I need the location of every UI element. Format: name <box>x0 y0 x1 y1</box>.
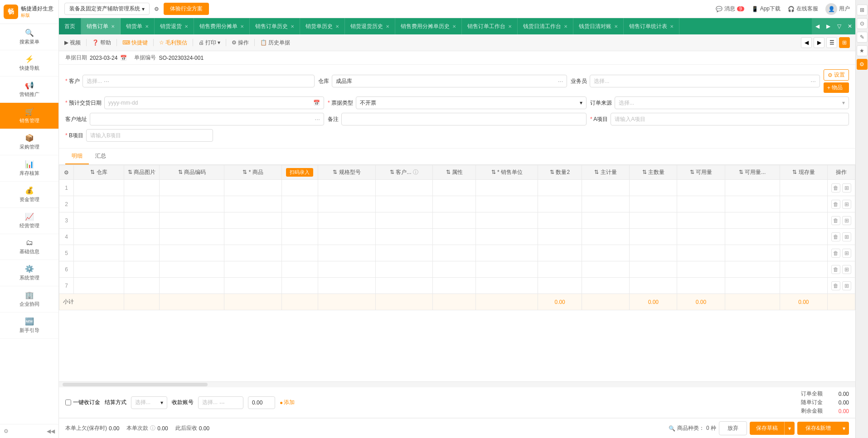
toolbar-nav-prev[interactable]: ◀ <box>801 37 812 48</box>
tab-order-history-close[interactable]: ✕ <box>291 24 294 29</box>
toolbar-form-view[interactable]: ⊞ <box>839 37 850 48</box>
tab-invoice-history-close[interactable]: ✕ <box>335 24 339 29</box>
row-3-mainqty[interactable] <box>630 212 677 229</box>
row-2-code[interactable] <box>160 196 224 212</box>
tab-order-workbench-close[interactable]: ✕ <box>508 24 512 29</box>
help-btn[interactable]: ❓ 帮助 <box>92 39 111 47</box>
toolbar-list-view[interactable]: ☰ <box>826 37 837 48</box>
col-header-avail[interactable]: ⇅ 可用量 <box>677 165 725 180</box>
row-3-name[interactable] <box>224 212 282 229</box>
shortcut-btn[interactable]: ⌨ 快捷键 <box>122 39 148 47</box>
tab-order-history[interactable]: 销售订单历史 ✕ <box>250 18 300 34</box>
tab-expense-split-close[interactable]: ✕ <box>240 24 244 29</box>
row-2-delete-btn[interactable]: 🗑 <box>831 200 840 209</box>
row-3-copy-btn[interactable]: ⊞ <box>842 216 851 225</box>
sidebar-item-finance[interactable]: 💰 资金管理 <box>0 182 58 208</box>
col-header-current[interactable]: ⇅ 现存量 <box>780 165 827 180</box>
view-btn[interactable]: ▶ 视频 <box>64 39 81 47</box>
tab-cash-workbench-close[interactable]: ✕ <box>564 24 567 29</box>
sidebar-item-purchase[interactable]: 📦 采购管理 <box>0 129 58 155</box>
profit-btn[interactable]: ☆ 毛利预估 <box>159 39 187 47</box>
scrollbar[interactable] <box>63 383 208 386</box>
tab-invoice-history[interactable]: 销货单历史 ✕ <box>300 18 345 34</box>
settlement-select[interactable]: 选择... ▾ <box>131 396 167 409</box>
toolbar-nav-next[interactable]: ▶ <box>814 37 824 48</box>
tab-home[interactable]: 首页 <box>59 18 81 34</box>
tab-expense-history-close[interactable]: ✕ <box>452 24 456 29</box>
row-3-attr[interactable] <box>433 212 476 229</box>
row-1-customer[interactable] <box>375 180 432 196</box>
tab-expense-history[interactable]: 销售费用分摊单历史 ✕ <box>395 18 462 34</box>
row-3-qty2[interactable] <box>538 212 582 229</box>
save-new-dropdown[interactable]: ▾ <box>839 422 849 435</box>
row-1-avail2[interactable] <box>725 180 780 196</box>
calendar2-icon[interactable]: 📅 <box>313 100 320 106</box>
row-1-mainqty[interactable] <box>630 180 677 196</box>
right-panel-icon-2[interactable]: ⊙ <box>857 18 868 29</box>
customer-input[interactable]: 选择... ··· <box>82 75 315 87</box>
tab-summary[interactable]: 汇总 <box>89 149 112 164</box>
row-2-spec[interactable] <box>318 196 375 212</box>
row-5-copy-btn[interactable]: ⊞ <box>842 249 851 258</box>
col-header-code[interactable]: ⇅ 商品编码 <box>160 165 224 180</box>
row-2-customer[interactable] <box>375 196 432 212</box>
nav-expand-arrow[interactable]: ▽ <box>834 18 844 34</box>
ticket-select[interactable]: 不开票 ▾ <box>356 96 587 109</box>
row-2-scan[interactable] <box>281 196 318 212</box>
col-header-avail2[interactable]: ⇅ 可用量... <box>725 165 780 180</box>
staff-input[interactable]: 选择... ··· <box>590 75 820 87</box>
account-input[interactable]: 选择... ··· <box>198 396 243 409</box>
row-3-customer[interactable] <box>375 212 432 229</box>
save-draft-button[interactable]: 保存草稿 <box>750 422 785 435</box>
print-btn[interactable]: 🖨 打印 ▾ <box>199 39 220 47</box>
row-6-copy-btn[interactable]: ⊞ <box>842 265 851 274</box>
col-header-qty2[interactable]: ⇅ 数量2 <box>538 165 582 180</box>
sidebar-item-operation[interactable]: 📈 经营管理 <box>0 208 58 234</box>
row-2-img[interactable] <box>124 196 160 212</box>
row-3-code[interactable] <box>160 212 224 229</box>
col-header-customer[interactable]: ⇅ 客户... ⓘ <box>375 165 432 180</box>
operate-btn[interactable]: ⚙ 操作 <box>232 39 249 47</box>
row-1-img[interactable] <box>124 180 160 196</box>
calendar-icon[interactable]: 📅 <box>120 55 127 61</box>
tab-order-workbench[interactable]: 销售订单工作台 ✕ <box>462 18 518 34</box>
right-panel-icon-3[interactable]: ✎ <box>857 32 868 43</box>
system-selector[interactable]: 装备及固定资产辅助管理系统 ▾ <box>64 3 150 15</box>
row-7-copy-btn[interactable]: ⊞ <box>842 281 851 290</box>
save-new-button[interactable]: 保存&新增 <box>797 422 839 435</box>
row-5-delete-btn[interactable]: 🗑 <box>831 249 840 258</box>
warehouse-input[interactable]: 成品库 ··· <box>332 75 567 87</box>
sidebar-item-quicknav[interactable]: ⚡ 快捷导航 <box>0 50 58 77</box>
warehouse-dots[interactable]: ··· <box>558 77 563 85</box>
col-header-mainunit[interactable]: ⇅ 主计量 <box>582 165 630 180</box>
tab-return-history-close[interactable]: ✕ <box>386 24 389 29</box>
tab-sales-invoice-close[interactable]: ✕ <box>145 24 149 29</box>
row-3-warehouse[interactable] <box>74 212 124 229</box>
row-4-copy-btn[interactable]: ⊞ <box>842 232 851 241</box>
row-2-qty2[interactable] <box>538 196 582 212</box>
quick-pay-check[interactable] <box>65 399 71 405</box>
row-2-attr[interactable] <box>433 196 476 212</box>
row-7-delete-btn[interactable]: 🗑 <box>831 281 840 290</box>
account-dots[interactable]: ··· <box>219 399 225 406</box>
col-header-img[interactable]: ⇅ 商品图片 <box>124 165 160 180</box>
row-1-delete-btn[interactable]: 🗑 <box>831 183 840 193</box>
history-btn[interactable]: 📋 历史单据 <box>260 39 290 47</box>
a-project-input[interactable]: 请输入A项目 <box>611 113 849 125</box>
row-1-unit[interactable] <box>476 180 538 196</box>
sidebar-item-sales[interactable]: 🛒 销售管理 <box>0 103 58 129</box>
staff-dots[interactable]: ··· <box>810 77 816 85</box>
row-2-copy-btn[interactable]: ⊞ <box>842 200 851 209</box>
quick-pay-checkbox[interactable]: 一键收订金 <box>65 399 100 406</box>
row-3-img[interactable] <box>124 212 160 229</box>
row-3-unit[interactable] <box>476 212 538 229</box>
amount-input[interactable]: 0.00 <box>248 396 275 409</box>
row-3-spec[interactable] <box>318 212 375 229</box>
sidebar-collapse-icon[interactable]: ◀◀ <box>47 428 55 434</box>
tab-sales-order[interactable]: 销售订单 ✕ <box>81 18 121 34</box>
customer-dots[interactable]: ··· <box>104 77 109 85</box>
row-3-mainunit[interactable] <box>582 212 630 229</box>
address-dots[interactable]: ··· <box>315 116 320 123</box>
settings-button[interactable]: ⚙ 设置 <box>824 69 849 81</box>
doc-date-value[interactable]: 2023-03-24 <box>90 55 117 61</box>
